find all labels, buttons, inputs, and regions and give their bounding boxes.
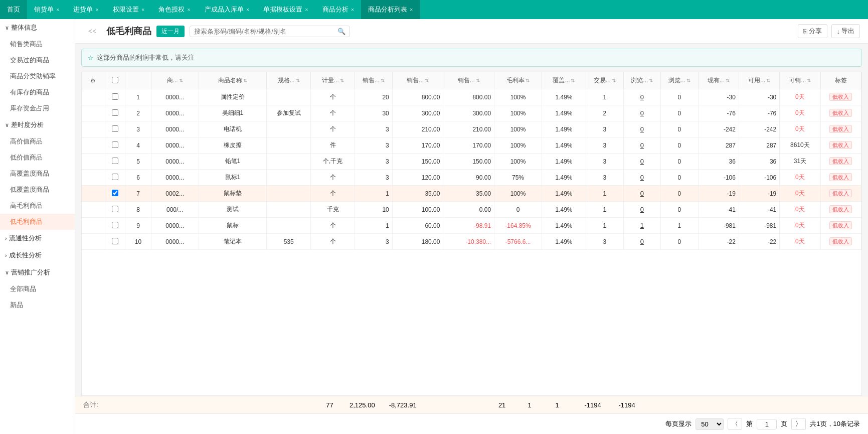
search-input[interactable] bbox=[194, 28, 335, 35]
sidebar-item-category-sales-rate[interactable]: 商品分类助销率 bbox=[0, 68, 75, 84]
row-settings[interactable] bbox=[82, 234, 105, 250]
col-browse1[interactable]: 浏览...⇅ bbox=[623, 72, 661, 89]
nav-close-icon[interactable]: × bbox=[351, 7, 354, 13]
row-current: -106 bbox=[698, 170, 739, 186]
sidebar-item-low-coverage[interactable]: 低覆盖度商品 bbox=[0, 182, 75, 198]
col-available[interactable]: 可用...⇅ bbox=[739, 72, 779, 89]
sidebar-item-low-margin[interactable]: 低毛利商品 bbox=[0, 214, 75, 230]
nav-home[interactable]: 首页 bbox=[0, 0, 27, 19]
col-sales-qty[interactable]: 销售...⇅ bbox=[355, 72, 393, 89]
sidebar-item-inventory-products[interactable]: 有库存的商品 bbox=[0, 84, 75, 100]
col-sales-profit[interactable]: 销售...⇅ bbox=[443, 72, 494, 89]
nav-permissions[interactable]: 权限设置 × bbox=[106, 0, 151, 19]
row-settings[interactable] bbox=[82, 89, 105, 105]
sidebar-item-all-products[interactable]: 全部商品 bbox=[0, 281, 75, 297]
col-checkbox[interactable] bbox=[105, 72, 125, 89]
nav-template-settings[interactable]: 单据模板设置 × bbox=[256, 0, 315, 19]
row-sales-qty: 20 bbox=[355, 89, 393, 105]
col-sales-amount[interactable]: 销售...⇅ bbox=[392, 72, 443, 89]
row-settings[interactable] bbox=[82, 105, 105, 121]
sidebar-section-overall[interactable]: ∨ 整体信息 bbox=[0, 19, 75, 36]
row-settings[interactable] bbox=[82, 170, 105, 186]
row-checkbox[interactable] bbox=[105, 234, 125, 250]
prev-page-button[interactable]: 〈 bbox=[728, 418, 742, 430]
sidebar-item-inventory-capital[interactable]: 库存资金占用 bbox=[0, 100, 75, 116]
sidebar-item-high-coverage[interactable]: 高覆盖度商品 bbox=[0, 166, 75, 182]
row-browse1[interactable]: 1 bbox=[623, 218, 661, 234]
table-body: 1 0000... 属性定价 个 20 800.00 800.00 100% 1… bbox=[82, 89, 861, 250]
row-settings[interactable] bbox=[82, 186, 105, 202]
col-unit[interactable]: 计量...⇅ bbox=[311, 72, 355, 89]
row-checkbox[interactable] bbox=[105, 218, 125, 234]
row-browse1[interactable]: 0 bbox=[623, 154, 661, 170]
sidebar-section-marketing[interactable]: ∨ 营销推广分析 bbox=[0, 264, 75, 281]
row-checkbox[interactable] bbox=[105, 154, 125, 170]
col-name[interactable]: 商品名称⇅ bbox=[199, 72, 267, 89]
sidebar-item-low-value[interactable]: 低价值商品 bbox=[0, 150, 75, 166]
col-spec[interactable]: 规格...⇅ bbox=[267, 72, 311, 89]
row-browse2: 0 bbox=[661, 121, 699, 137]
nav-product-analysis[interactable]: 商品分析 × bbox=[315, 0, 361, 19]
nav-close-icon[interactable]: × bbox=[95, 7, 98, 13]
export-button[interactable]: ↓ 导出 bbox=[831, 24, 860, 38]
row-checkbox[interactable] bbox=[105, 121, 125, 137]
nav-roles[interactable]: 角色授权 × bbox=[151, 0, 197, 19]
row-settings[interactable] bbox=[82, 202, 105, 218]
next-page-button[interactable]: 〉 bbox=[791, 418, 806, 430]
row-browse1[interactable]: 0 bbox=[623, 234, 661, 250]
col-code[interactable]: 商...⇅ bbox=[151, 72, 199, 89]
nav-close-icon[interactable]: × bbox=[410, 7, 413, 13]
col-trade[interactable]: 交易...⇅ bbox=[586, 72, 624, 89]
row-settings[interactable] bbox=[82, 154, 105, 170]
col-coverage[interactable]: 覆盖...⇅ bbox=[542, 72, 586, 89]
sidebar-item-high-value[interactable]: 高价值商品 bbox=[0, 133, 75, 150]
col-settings[interactable]: ⚙ bbox=[82, 72, 105, 89]
sidebar-item-new-products[interactable]: 新品 bbox=[0, 297, 75, 313]
row-browse1[interactable]: 0 bbox=[623, 121, 661, 137]
row-browse1[interactable]: 0 bbox=[623, 186, 661, 202]
col-browse2[interactable]: 浏览...⇅ bbox=[661, 72, 699, 89]
per-page-select[interactable]: 50 100 bbox=[696, 418, 724, 430]
share-button[interactable]: ⎘ 分享 bbox=[798, 24, 827, 38]
row-checkbox[interactable] bbox=[105, 186, 125, 202]
nav-close-icon[interactable]: × bbox=[141, 7, 144, 13]
page-number-input[interactable] bbox=[757, 419, 777, 429]
row-browse1[interactable]: 0 bbox=[623, 137, 661, 154]
sidebar-item-traded-products[interactable]: 交易过的商品 bbox=[0, 52, 75, 68]
nav-close-icon[interactable]: × bbox=[56, 7, 59, 13]
nav-products-inbound[interactable]: 产成品入库单 × bbox=[198, 0, 256, 19]
col-gross-margin[interactable]: 毛利率⇅ bbox=[494, 72, 542, 89]
nav-close-icon[interactable]: × bbox=[187, 7, 190, 13]
row-settings[interactable] bbox=[82, 121, 105, 137]
nav-close-icon[interactable]: × bbox=[305, 7, 308, 13]
col-sellable[interactable]: 可销...⇅ bbox=[780, 72, 820, 89]
row-browse1[interactable]: 0 bbox=[623, 170, 661, 186]
search-box[interactable]: 🔍 bbox=[190, 26, 350, 37]
row-browse1[interactable]: 0 bbox=[623, 105, 661, 121]
filter-recent-month-button[interactable]: 近一月 bbox=[156, 26, 185, 37]
sidebar-section-growth[interactable]: › 成长性分析 bbox=[0, 247, 75, 264]
row-browse1[interactable]: 0 bbox=[623, 89, 661, 105]
row-name: 吴细细1 bbox=[199, 105, 267, 121]
row-checkbox[interactable] bbox=[105, 137, 125, 154]
row-checkbox[interactable] bbox=[105, 202, 125, 218]
nav-purchase-order[interactable]: 进货单 × bbox=[66, 0, 105, 19]
sidebar-item-high-margin[interactable]: 高毛利商品 bbox=[0, 198, 75, 214]
row-code: 0000... bbox=[151, 105, 199, 121]
col-current[interactable]: 现有...⇅ bbox=[698, 72, 739, 89]
row-checkbox[interactable] bbox=[105, 89, 125, 105]
row-browse1[interactable]: 0 bbox=[623, 202, 661, 218]
sidebar-section-diff-analysis[interactable]: ∨ 差时度分析 bbox=[0, 116, 75, 133]
row-checkbox[interactable] bbox=[105, 170, 125, 186]
sidebar-section-circulation[interactable]: › 流通性分析 bbox=[0, 230, 75, 247]
select-all-checkbox[interactable] bbox=[112, 77, 118, 83]
col-tag[interactable]: 标签 bbox=[820, 72, 861, 89]
nav-close-icon[interactable]: × bbox=[246, 7, 249, 13]
row-settings[interactable] bbox=[82, 218, 105, 234]
row-settings[interactable] bbox=[82, 137, 105, 154]
row-checkbox[interactable] bbox=[105, 105, 125, 121]
sidebar-item-sales-products[interactable]: 销售类商品 bbox=[0, 36, 75, 52]
nav-sales-order[interactable]: 销货单 × bbox=[27, 0, 66, 19]
nav-product-analysis-list[interactable]: 商品分析列表 × bbox=[361, 0, 420, 19]
sidebar-collapse-button[interactable]: << bbox=[83, 25, 101, 37]
